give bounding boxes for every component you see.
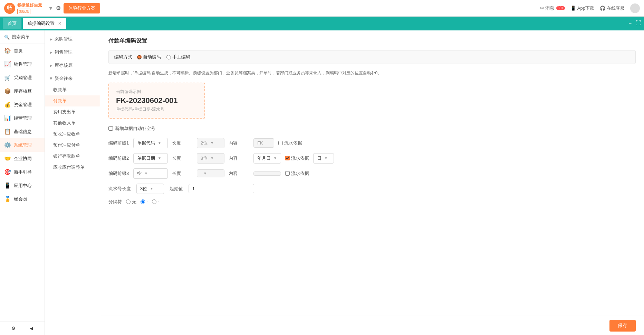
content-area: 付款单编码设置 编码方式 自动编码 手工编码 新增单据时，'单据编码'自动生成，… <box>100 30 644 335</box>
serial-1-checkbox: 流水依据 <box>278 140 302 146</box>
member-icon: 🏅 <box>4 196 11 202</box>
length-3-select[interactable]: ▼ <box>197 169 224 177</box>
maximize-icon[interactable]: ⛶ <box>636 20 641 27</box>
sub-item-receipt[interactable]: 收款单 <box>45 84 100 95</box>
logo-text: 畅捷通好生意 旗舰版 <box>17 2 42 14</box>
tab-close-icon[interactable]: ✕ <box>58 21 61 26</box>
separator-dot-radio[interactable]: · <box>141 199 148 205</box>
sub-item-pre-receipt[interactable]: 预收冲应收单 <box>45 129 100 140</box>
system-icon: ⚙️ <box>4 142 11 148</box>
separator-dash-radio[interactable]: · <box>152 199 159 205</box>
sub-group-title-sales[interactable]: ▶ 销售管理 <box>45 46 100 58</box>
sub-item-payment[interactable]: 付款单 <box>45 95 100 106</box>
prefix-1-select[interactable]: 单据代码 ▼ <box>133 138 168 148</box>
sidebar-item-sales[interactable]: 📈 销售管理 <box>0 57 45 71</box>
sub-group-sales: ▶ 销售管理 <box>45 46 100 58</box>
sidebar-item-business[interactable]: 📊 经营管理 <box>0 111 45 125</box>
trial-button[interactable]: 体验行业方案 <box>64 3 100 13</box>
online-service-item[interactable]: 🎧 在线客服 <box>600 5 625 11</box>
sidebar-item-finance[interactable]: 💰 资金管理 <box>0 98 45 111</box>
nav-dropdown[interactable]: ▼ <box>48 6 53 11</box>
select-arrow-icon-3: ▼ <box>144 171 148 175</box>
message-item[interactable]: ✉ 消息 99+ <box>540 5 565 11</box>
logo-area: 畅 畅捷通好生意 旗舰版 <box>4 2 46 14</box>
info-text: 新增单据时，'单据编码'自动生成，不可编辑。前缀设置为部门、业务员等档案类，开单… <box>108 69 636 77</box>
length-3-label: 长度 <box>172 170 193 177</box>
business-icon: 📊 <box>4 115 11 121</box>
code-preview-sub: 单据代码-单据日期-流水号 <box>116 106 198 112</box>
start-value-input[interactable] <box>189 184 254 193</box>
sub-item-pre-payment[interactable]: 预付冲应付单 <box>45 140 100 151</box>
sidebar-item-inventory[interactable]: 📦 库存核算 <box>0 84 45 98</box>
sub-group-purchase: ▶ 采购管理 <box>45 33 100 45</box>
prefix-2-label: 编码前缀2 <box>108 155 129 161</box>
sidebar-item-home[interactable]: 🏠 首页 <box>0 44 45 57</box>
sub-group-inventory: ▶ 库存核算 <box>45 59 100 71</box>
collapse-icon[interactable]: ◀ <box>30 326 33 331</box>
sub-item-expense[interactable]: 费用支出单 <box>45 106 100 118</box>
sidebar-item-guide[interactable]: 🎯 新手引导 <box>0 165 45 179</box>
auto-fill-checkbox[interactable] <box>108 126 113 131</box>
enterprise-icon: 🤝 <box>4 155 11 162</box>
sub-item-bank[interactable]: 银行存取款单 <box>45 151 100 162</box>
encoding-mode-radio-group: 自动编码 手工编码 <box>137 54 190 60</box>
sidebar-item-system[interactable]: ⚙️ 系统管理 <box>0 138 45 152</box>
sidebar-item-apps[interactable]: 📱 应用中心 <box>0 179 45 192</box>
content-3-label: 内容 <box>229 170 249 177</box>
encoding-mode-bar: 编码方式 自动编码 手工编码 <box>108 50 636 64</box>
sidebar-item-member[interactable]: 🏅 畅会员 <box>0 192 45 206</box>
app-download-item[interactable]: 📱 App下载 <box>570 5 594 11</box>
code-preview-value: FK-20230602-001 <box>116 96 198 105</box>
prefix-2-select[interactable]: 单据日期 ▼ <box>133 153 168 164</box>
arrow-icon: ▶ <box>50 37 52 41</box>
sales-icon: 📈 <box>4 61 11 67</box>
home-icon: 🏠 <box>4 47 11 54</box>
main-layout: 🔍 搜索菜单 🏠 首页 📈 销售管理 🛒 采购管理 📦 库存核算 💰 资金管理 … <box>0 30 644 335</box>
settings-bottom-icon[interactable]: ⚙ <box>11 326 16 331</box>
content-2-select[interactable]: 年月日 ▼ <box>253 153 281 164</box>
tab-home[interactable]: 首页 <box>3 18 21 29</box>
prefix-3-select[interactable]: 空 ▼ <box>133 168 168 179</box>
user-avatar[interactable] <box>630 3 640 13</box>
minimize-icon[interactable]: － <box>627 20 633 27</box>
sidebar-item-basic[interactable]: 📋 基础信息 <box>0 125 45 138</box>
serial-2-checkbox[interactable] <box>285 156 290 160</box>
serial-length-label: 流水号长度 <box>108 186 131 192</box>
content-3-input <box>253 171 281 176</box>
tab-encoding-settings[interactable]: 单据编码设置 ✕ <box>23 18 66 29</box>
prefix-1-label: 编码前缀1 <box>108 140 129 146</box>
separator-none-radio[interactable]: 无 <box>126 199 136 205</box>
length-select-arrow-icon-2: ▼ <box>210 156 214 160</box>
length-1-label: 长度 <box>172 140 193 146</box>
content-1-label: 内容 <box>229 140 249 146</box>
sub-item-other-income[interactable]: 其他收入单 <box>45 118 100 129</box>
sub-group-title-purchase[interactable]: ▶ 采购管理 <box>45 33 100 45</box>
headset-icon: 🎧 <box>600 6 605 11</box>
sidebar-item-enterprise[interactable]: 🤝 企业协同 <box>0 152 45 165</box>
search-menu[interactable]: 🔍 搜索菜单 <box>0 30 45 44</box>
sub-group-title-inventory[interactable]: ▶ 库存核算 <box>45 59 100 71</box>
sub-item-adjustment[interactable]: 应收应付调整单 <box>45 162 100 173</box>
message-badge: 99+ <box>556 6 565 10</box>
sidebar-item-purchase[interactable]: 🛒 采购管理 <box>0 71 45 84</box>
settings-icon[interactable]: ⚙ <box>56 5 61 11</box>
save-button[interactable]: 保存 <box>609 320 636 332</box>
manual-encoding-radio[interactable]: 手工编码 <box>166 54 190 60</box>
arrow-icon: ▶ <box>50 50 52 54</box>
content-2-label: 内容 <box>229 155 249 161</box>
inventory-icon: 📦 <box>4 88 11 94</box>
basic-icon: 📋 <box>4 128 11 135</box>
length-select-arrow-icon: ▼ <box>210 141 214 145</box>
sub-group-title-capital[interactable]: ▶ 资金往来 <box>45 73 100 84</box>
length-1-select[interactable]: 2位 ▼ <box>197 138 224 148</box>
page-title: 付款单编码设置 <box>108 37 636 45</box>
serial-unit-select[interactable]: 日 ▼ <box>313 153 334 164</box>
tab-bar-actions: － ⛶ <box>627 20 641 27</box>
serial-length-row: 流水号长度 3位 ▼ 起始值 <box>108 184 636 194</box>
serial-length-select[interactable]: 3位 ▼ <box>136 184 164 194</box>
length-2-select[interactable]: 8位 ▼ <box>197 153 224 164</box>
auto-encoding-radio[interactable]: 自动编码 <box>137 54 161 60</box>
prefix-3-label: 编码前缀3 <box>108 170 129 177</box>
apps-icon: 📱 <box>4 182 11 189</box>
top-bar: 畅 畅捷通好生意 旗舰版 ▼ ⚙ 体验行业方案 ✉ 消息 99+ 📱 App下载… <box>0 0 644 17</box>
